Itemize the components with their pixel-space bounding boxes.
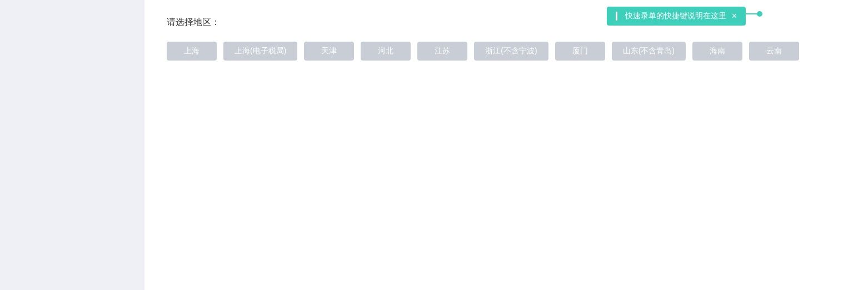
region-btn-hebei[interactable]: 河北 xyxy=(361,42,411,61)
region-btn-shanghai[interactable]: 上海 xyxy=(167,42,217,61)
region-btn-zhejiang[interactable]: 浙江(不含宁波) xyxy=(474,42,548,61)
region-buttons: 上海上海(电子税局)天津河北江苏浙江(不含宁波)厦门山东(不含青岛)海南云南 xyxy=(167,42,846,61)
region-btn-shandong[interactable]: 山东(不含青岛) xyxy=(612,42,686,61)
tooltip-close-button[interactable]: × xyxy=(732,12,737,21)
left-sidebar xyxy=(0,0,144,290)
region-btn-shanghai-etax[interactable]: 上海(电子税局) xyxy=(223,42,297,61)
region-btn-yunnan[interactable]: 云南 xyxy=(749,42,799,61)
connector-dot xyxy=(757,11,762,17)
region-btn-xiamen[interactable]: 厦门 xyxy=(555,42,605,61)
tooltip-banner: 快速录单的快捷键说明在这里 × xyxy=(607,7,746,26)
region-btn-hainan[interactable]: 海南 xyxy=(692,42,742,61)
region-btn-jiangsu[interactable]: 江苏 xyxy=(417,42,467,61)
tooltip-text: 快速录单的快捷键说明在这里 xyxy=(625,11,726,21)
main-content: 请选择地区： 上海上海(电子税局)天津河北江苏浙江(不含宁波)厦门山东(不含青岛… xyxy=(144,0,868,290)
region-btn-tianjin[interactable]: 天津 xyxy=(304,42,354,61)
